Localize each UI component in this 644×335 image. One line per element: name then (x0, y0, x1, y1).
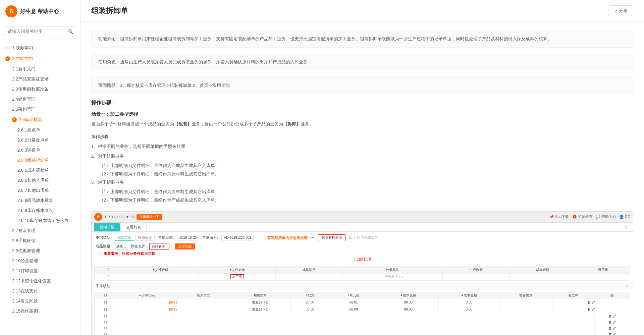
ss-lr3-empty (116, 313, 594, 319)
sidebar-item-adjust[interactable]: 2.6.3调拨单 (0, 145, 80, 155)
step2: 2、对于组装业务 (91, 152, 633, 161)
ss-type-btn-disassembly[interactable]: 拆卸单据 (135, 235, 155, 241)
ss-date-input[interactable]: 2019-12-26 (177, 235, 199, 240)
ss-type-btn-assembly[interactable]: 组装单据 (115, 235, 134, 241)
sidebar-item-mobile[interactable]: 2.8手机旺铺 (0, 236, 80, 246)
ss-l-col-warehouse: 仓位/V (552, 292, 594, 299)
intro-block: 功能介绍：组装拆卸单用来处理企业组装或拆卸等加工业务，支持有固定装配清单的产品加… (91, 30, 633, 48)
nav-label: 2.帮助文档 (12, 56, 33, 62)
sidebar-item-operation[interactable]: 2.10经营管理 (0, 256, 80, 266)
ss-count-input[interactable]: 缺失 1 (114, 243, 128, 250)
ss-row-cost: — (509, 273, 576, 280)
ss-lr1-name: 物料1 (116, 299, 230, 306)
ss-col-name: ✦父件名称 (199, 266, 276, 273)
nav-label: 1.视频学习 (12, 45, 33, 51)
steps-label: 操作步骤： (91, 134, 633, 140)
sidebar-item-in[interactable]: 2.6.6其他入库单 (0, 175, 80, 185)
ss-no-label: 单据编号: (202, 235, 218, 240)
role-text: 使用角色：通常由生产人员或库管人员完成拆装业务的操作，库管人员确认原材料的出库和… (98, 59, 308, 64)
ss-lr5-check: ☐ (95, 325, 116, 331)
sidebar-item-out[interactable]: 2.6.7其他出库单 (0, 185, 80, 196)
search-area: 🔍 (0, 23, 80, 40)
ss-name-input-red[interactable]: 加工品 (230, 274, 244, 279)
ss-lr1-ops: 🗑 🖊 (552, 299, 630, 306)
sidebar-item-cases[interactable]: 2.15操作案例 (0, 306, 80, 316)
screenshot-wrapper: 6 TEST-H002 ▼ ⚙ 视频课程一下 📌 App下载 🎁 初始检查 💬 … (91, 211, 633, 335)
ss-annotation2: ← 组装业务、拆卸业务在这里切换 (99, 252, 155, 256)
ss-count-label: 成品数量: (96, 244, 111, 249)
ss-lr1-c2: 88.00 (378, 299, 439, 306)
sidebar-item-faq[interactable]: 2.14常见问题 (0, 296, 80, 306)
ss-icon1: ⚙ (131, 215, 135, 219)
ss-no-input[interactable]: AD-20191226-001 (221, 235, 254, 240)
ss-lr2-c1: 88.00 (329, 306, 378, 313)
sidebar-item-stocktake2[interactable]: 2.6.2分量盘点单 (0, 135, 80, 145)
sidebar: 6 好生意 帮助中心 🔍 + 1.视频学习 2.帮助文档 2.1新手入门 2.2… (0, 0, 80, 335)
page-header: 组装拆卸单 ↗ 分享 (80, 0, 644, 22)
sidebar-item-personalize[interactable]: 2.12系统个性化设置 (0, 276, 80, 286)
step2-sub2: （2）下部明细为子件明细，最终作为原材料生成其它出库单。 (91, 170, 633, 178)
sidebar-item-stockerr[interactable]: 2.6.10库存账本错了怎么办 (0, 216, 80, 226)
ss-lr1-qty2: 28.00 (290, 299, 329, 306)
ss-l-col-spec: 规格型号 (230, 292, 290, 299)
share-button[interactable]: ↗ 分享 (608, 5, 633, 16)
sidebar-item-finance[interactable]: 2.7资金管理 (0, 226, 80, 236)
ss-lr1-qty1: 数量(个+1) (230, 299, 290, 306)
sidebar-item-data[interactable]: 2.3使用前数据准备 (0, 84, 80, 94)
ss-lr2-qty2: 36.00 (290, 306, 329, 313)
sidebar-item-print[interactable]: 2.11打印设置 (0, 266, 80, 276)
ss-lr1-check: ☐ (95, 299, 116, 306)
scene1-desc: 当由多个子件材料组装成一个成品的业务为【组装】业务，当由一个父件拆分成多个子产品… (91, 120, 633, 128)
sidebar-item-doc[interactable]: 2.帮助文档 (0, 53, 80, 64)
ss-confirm-btn[interactable]: 立即完成 (175, 243, 195, 249)
sidebar-item-video[interactable]: + 1.视频学习 (0, 43, 80, 53)
ss-warehouse-label: 到账仓库: (131, 244, 147, 249)
ss-warehouse-input[interactable]: 到账仓库 (149, 243, 169, 250)
ss-lr2-avail: 0.00 (439, 306, 499, 313)
path-text: 页面路径：1、库存核算->库存管理->组装拆卸单 2、首页->常用功能 (98, 83, 230, 88)
sidebar-item-sales[interactable]: 2.4销售管理 (0, 94, 80, 104)
ss-choose-btn[interactable]: 选择有料单据 (318, 234, 345, 241)
step3: 3、对于拆装业务 (91, 178, 633, 187)
sidebar-item-assembly[interactable]: 2.6.4组装拆卸单 (0, 155, 80, 165)
ss-row-name: 加工品 (199, 273, 276, 280)
sidebar-item-payment[interactable]: 2.13在线支付 (0, 286, 80, 296)
ss-expand-icon[interactable]: ⤢ (626, 284, 629, 288)
ss-col-spec: 规格型号 (275, 266, 342, 273)
ss-lr6-empty (116, 331, 594, 335)
ss-lr4-empty (116, 319, 594, 325)
ss-lr2-name: 物料2 (116, 306, 230, 313)
ss-arrow1: → (310, 235, 315, 240)
ss-dropdown: ▼ (125, 215, 129, 219)
sidebar-item-cost[interactable]: 2.6.5成本调整单 (0, 165, 80, 175)
ss-l-col-checkbox: ☐ (95, 292, 116, 299)
ss-extra-btns: 备注 另 其他来源单 (349, 235, 378, 240)
role-block: 使用角色：通常由生产人员或库管人员完成拆装业务的操作，库管人员确认原材料的出库和… (91, 53, 633, 71)
ss-neworder-btn[interactable]: 视频课程一下 (137, 214, 162, 220)
ss-l-col-name: 应用方式 (177, 292, 230, 299)
ss-lr4-ops: 🗑 🖊 (594, 319, 630, 325)
ss-tab-list[interactable]: 查看列表 (120, 223, 147, 231)
ss-close-btn[interactable]: ✕ (622, 224, 630, 231)
step2-sub1: （1）上部明细为父件明细，最终作为产成品生成其它入库单； (91, 162, 633, 170)
sidebar-item-purchase[interactable]: 2.5采购管理 (0, 104, 80, 114)
ss-lr6-check: ☐ (95, 331, 116, 335)
sidebar-item-inventory[interactable]: 2.6库存核算 (0, 114, 80, 125)
sidebar-item-coupon[interactable]: 2.9优惠券管理 (0, 246, 80, 256)
sidebar-item-stockcheck[interactable]: 2.6.9库存账本查询 (0, 206, 80, 216)
path-block: 页面路径：1、库存核算->库存管理->组装拆卸单 2、首页->常用功能 (91, 76, 633, 94)
sidebar-item-costrecalc[interactable]: 2.6.8商品成本重算 (0, 196, 80, 206)
ss-app-title: TEST-H002 (104, 215, 123, 219)
sidebar-item-stocktake[interactable]: 2.6.1盘点单 (0, 125, 80, 135)
collapse-icon (12, 117, 17, 122)
search-input[interactable] (4, 26, 76, 36)
sidebar-item-install[interactable]: 2.2产品安装及登录 (0, 74, 80, 84)
collapse-icon (5, 56, 10, 61)
ss-lr6-ops: 🗑 🖊 (594, 331, 630, 335)
ss-tab-new[interactable]: 新增单据 (94, 223, 120, 231)
sidebar-item-newcomer[interactable]: 2.1新手入门 (0, 64, 80, 74)
expand-icon: + (5, 46, 10, 50)
ss-lr2-c2: 88.00 (378, 306, 439, 313)
search-icon[interactable]: 🔍 (68, 29, 73, 34)
ss-row-spec: — (275, 273, 342, 280)
